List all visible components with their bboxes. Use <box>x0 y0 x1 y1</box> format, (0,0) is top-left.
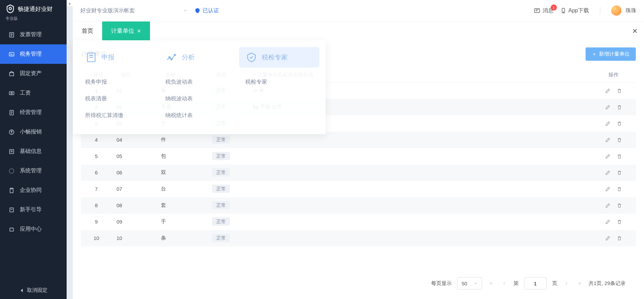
edit-icon[interactable] <box>605 137 611 143</box>
delete-icon[interactable] <box>617 186 622 192</box>
delete-icon[interactable] <box>617 170 622 175</box>
nav-invoice[interactable]: 发票管理 <box>0 25 67 44</box>
delete-icon[interactable] <box>617 203 622 208</box>
per-page-select[interactable]: 50 <box>457 277 482 289</box>
cell-seq: 9 <box>81 214 112 230</box>
cell-action <box>591 214 636 230</box>
page-suffix: 页 <box>552 280 557 287</box>
cell-status: 正常 <box>207 181 248 197</box>
apps-icon <box>8 226 15 233</box>
edit-icon[interactable] <box>605 88 611 94</box>
delete-icon[interactable] <box>617 219 622 225</box>
edit-icon[interactable] <box>605 121 611 126</box>
edit-icon[interactable] <box>605 186 611 192</box>
cell-action <box>591 132 636 148</box>
divider <box>600 7 600 14</box>
overlay-link[interactable]: 纳税波动表 <box>165 90 233 107</box>
table-row: 606双正常 <box>81 165 636 181</box>
delete-icon[interactable] <box>617 154 622 159</box>
nav-salary[interactable]: 工资 <box>0 83 67 103</box>
nav-expense[interactable]: 小畅报销 <box>0 122 67 142</box>
nav-tax[interactable]: 税务管理 <box>0 44 67 64</box>
edit-icon[interactable] <box>605 154 611 159</box>
scroll-up-icon[interactable]: ▲ <box>67 0 73 6</box>
svg-point-19 <box>174 54 175 56</box>
cell-code: 09 <box>112 214 156 230</box>
overlay-link[interactable]: 税务申报 <box>85 74 153 90</box>
cell-status: 正常 <box>207 148 248 165</box>
edit-icon[interactable] <box>605 203 611 208</box>
nav-basic[interactable]: 基础信息 <box>0 142 67 161</box>
content: 申报 分析 税检专家 税务申报 税表清册 所得税汇算清缴 <box>73 40 644 299</box>
svg-point-0 <box>9 7 12 10</box>
messages-button[interactable]: 消息 1 <box>534 7 553 14</box>
delete-icon[interactable] <box>617 88 622 94</box>
svg-rect-12 <box>10 228 14 231</box>
edit-icon[interactable] <box>605 219 611 225</box>
sidebar-scroll[interactable]: ▲ <box>67 0 73 299</box>
cell-code: 07 <box>112 181 156 197</box>
brand-logo: 畅捷通好业财 <box>0 0 67 16</box>
cell-code: 08 <box>112 197 156 214</box>
nav-system[interactable]: 系统管理 <box>0 161 67 181</box>
overlay-link[interactable]: 所得税汇算清缴 <box>85 107 153 124</box>
nav-apps[interactable]: 应用中心 <box>0 219 67 239</box>
delete-icon[interactable] <box>617 236 622 241</box>
status-badge: 正常 <box>212 152 230 160</box>
account-selector[interactable]: 好业财专业版演示帐套 <box>80 7 188 14</box>
edit-icon[interactable] <box>605 170 611 175</box>
status-badge: 正常 <box>212 234 230 242</box>
unpin-button[interactable]: 取消固定 <box>0 282 67 299</box>
per-page-label: 每页显示 <box>431 280 452 287</box>
nav-guide[interactable]: 新手引导 <box>0 200 67 219</box>
expert-icon <box>245 51 258 63</box>
cell-name: 台 <box>156 181 207 197</box>
tab-home[interactable]: 首页 <box>73 22 102 40</box>
page-last-icon[interactable] <box>576 281 583 286</box>
col-action: 操作 <box>591 68 636 83</box>
cell-alias <box>248 197 591 214</box>
page-prev-icon[interactable] <box>501 281 508 286</box>
delete-icon[interactable] <box>617 137 622 143</box>
add-unit-button[interactable]: ＋ 新增计量单位 <box>586 47 636 61</box>
delete-icon[interactable] <box>617 104 622 110</box>
edit-icon[interactable] <box>605 104 611 110</box>
edit-icon[interactable] <box>605 236 611 241</box>
overlay-link[interactable]: 税负波动表 <box>165 74 233 90</box>
cell-seq: 7 <box>81 181 112 197</box>
svg-point-9 <box>9 169 14 173</box>
user-menu[interactable]: 珠珠 <box>611 5 636 16</box>
system-icon <box>8 168 15 174</box>
overlay-link[interactable]: 纳税统计表 <box>165 107 233 124</box>
overlay-card-declare[interactable]: 申报 <box>79 47 159 68</box>
verified-badge: 已认证 <box>194 7 219 14</box>
delete-icon[interactable] <box>617 121 622 126</box>
cell-code: 06 <box>112 165 156 181</box>
page-input[interactable] <box>524 277 547 289</box>
overlay-link[interactable]: 税检专家 <box>245 74 313 90</box>
cell-alias <box>248 148 591 165</box>
nav-asset[interactable]: 固定资产 <box>0 64 67 83</box>
nav-operation[interactable]: 经营管理 <box>0 103 67 122</box>
page-next-icon[interactable] <box>563 281 570 286</box>
cell-action <box>591 181 636 197</box>
tab-units[interactable]: 计量单位 ✕ <box>102 22 150 40</box>
overlay-card-analyze[interactable]: 分析 <box>159 47 239 68</box>
collab-icon <box>8 187 15 194</box>
svg-point-15 <box>563 12 564 13</box>
cell-alias <box>248 181 591 197</box>
message-icon <box>534 7 540 14</box>
overlay-link[interactable]: 税表清册 <box>85 90 153 107</box>
overlay-card-expert[interactable]: 税检专家 <box>239 47 319 68</box>
page-number-field[interactable] <box>529 281 542 286</box>
close-icon[interactable]: ✕ <box>137 28 141 34</box>
nav-collab[interactable]: 企业协同 <box>0 181 67 200</box>
status-badge: 正常 <box>212 185 230 193</box>
asset-icon <box>8 70 15 77</box>
unpin-icon <box>19 288 25 293</box>
cell-action <box>591 148 636 165</box>
page-first-icon[interactable] <box>488 281 495 286</box>
topbar: 好业财专业版演示帐套 已认证 消息 1 App下载 珠珠 <box>73 0 644 21</box>
download-button[interactable]: App下载 <box>560 7 589 14</box>
close-all-icon[interactable]: ✕ <box>632 27 638 35</box>
